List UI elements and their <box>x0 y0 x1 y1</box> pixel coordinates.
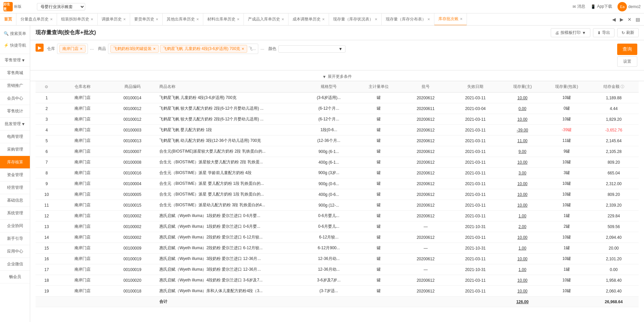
product-dots[interactable]: ··· <box>260 46 264 52</box>
warehouse-tag-close[interactable]: ✕ <box>80 47 83 51</box>
sidebar-item-retail-mgmt[interactable]: 零售管理 ▼ <box>0 54 30 67</box>
sidebar-quick-nav[interactable]: ⚡ 快捷导航 <box>0 40 30 51</box>
product-tag-1-close[interactable]: ✕ <box>153 47 156 51</box>
tab-fenliangpandian[interactable]: 分量盘点单历史 ✕ <box>16 13 57 25</box>
expand-conditions-btn[interactable]: ▼ 展开更多条件 <box>322 74 352 79</box>
nav-menu-btn[interactable]: ▤ <box>634 16 641 23</box>
cell-qty-main[interactable]: 1.00 <box>500 243 545 254</box>
refresh-btn[interactable]: ↻ 刷新 <box>617 28 639 37</box>
cell-qty-main[interactable]: 10.00 <box>500 275 545 286</box>
cell-qty-main[interactable]: 1.00 <box>500 211 545 221</box>
sidebar-item-purchase[interactable]: 采购管理 <box>0 143 30 156</box>
sidebar-item-retail-mall[interactable]: 零售商城 <box>0 67 30 79</box>
tab-chanchenpin[interactable]: 产成品入库单历史 ✕ <box>244 13 288 25</box>
close-tab-icon[interactable]: ✕ <box>50 17 53 21</box>
query-button[interactable]: 查询 <box>617 44 637 55</box>
close-tab-icon[interactable]: ✕ <box>375 17 377 21</box>
cell-balance: 2,145.64 <box>589 136 639 146</box>
close-tab-icon[interactable]: ✕ <box>281 17 284 21</box>
cell-expire: 2021-03-11 <box>450 146 500 157</box>
cell-qty-main[interactable]: 9.00 <box>500 146 545 157</box>
tab-kucunpici[interactable]: 库存批次账 ✕ <box>434 13 467 25</box>
cell-no: 4 <box>36 125 58 136</box>
cell-qty-main[interactable]: 3.00 <box>500 168 545 178</box>
color-select[interactable]: ▼ <box>278 45 345 53</box>
message-btn[interactable]: ✉ 消息 <box>573 4 585 9</box>
sidebar-item-system[interactable]: 系统管理 <box>0 207 30 220</box>
sidebar-item-newuser[interactable]: 新手引导 <box>0 232 30 245</box>
close-tab-icon[interactable]: ✕ <box>322 17 325 21</box>
sidebar-item-appcenter[interactable]: 应用中心 <box>0 245 30 258</box>
breadcrumb-select[interactable]: 母婴行业演示账套 <box>37 3 85 10</box>
sidebar-item-ecommerce[interactable]: 电商管理 <box>0 130 30 143</box>
print-btn[interactable]: 🖨 按模板打印 ▼ <box>551 28 590 37</box>
footer-total-qty[interactable]: 126.00 <box>500 297 545 307</box>
info-icon[interactable]: ⓘ <box>621 85 624 89</box>
product-filter-group: 商品 飞鹤奶粉3段闭罐提装 ✕ 飞鹤星飞帆 儿童奶粉 4段(3-6岁适用) 70… <box>98 44 264 54</box>
export-btn[interactable]: ⬇ 导出 <box>593 28 614 37</box>
sidebar-item-wholesale[interactable]: 批发管理 ▼ <box>0 118 30 130</box>
cell-qty-main[interactable]: 10.00 <box>500 178 545 189</box>
sidebar-item-member2[interactable]: 畅会员 <box>0 271 30 283</box>
nav-prev-btn[interactable]: ◀ <box>611 16 617 23</box>
tab-cailiao[interactable]: 材料出库单历史 ✕ <box>203 13 244 25</box>
cell-qty-main[interactable]: 1.00 <box>500 264 545 275</box>
cell-qty-main[interactable]: 10.00 <box>500 200 545 211</box>
col-header-settings[interactable]: ⚙ <box>36 81 58 93</box>
cell-expire: 2021-03-11 <box>450 178 500 189</box>
nav-close-btn[interactable]: ✕ <box>626 16 633 23</box>
tab-xiancunzhuang[interactable]: 现存量（库存状况表）✕ <box>329 13 382 25</box>
tab-xiancunfen[interactable]: 现存量（库存分布表）✕ <box>382 13 434 25</box>
cell-qty-main[interactable]: 10.00 <box>500 93 545 103</box>
product-tag-container[interactable]: 飞鹤奶粉3段闭罐提装 ✕ 飞鹤星飞帆 儿童奶粉 4段(3-6岁适用) 700克 … <box>108 44 259 54</box>
cell-qty-main[interactable]: 11.00 <box>500 136 545 146</box>
cell-qty-main[interactable]: 10.00 <box>500 232 545 243</box>
sidebar-item-retail-stats[interactable]: 零售统计 <box>0 105 30 118</box>
tab-diaobo[interactable]: 调拨单历史 ✕ <box>98 13 130 25</box>
close-active-tab-icon[interactable]: ✕ <box>460 17 463 21</box>
user-area[interactable]: Ea demo2 <box>618 2 641 11</box>
settings-button[interactable]: 设置 <box>617 56 637 67</box>
cell-qty-main[interactable]: 2.00 <box>500 221 545 232</box>
tab-home[interactable]: 首页 <box>0 13 16 25</box>
table-row: 16 南岸门店 00100019 惠氏启赋（Wyeth illuma）3段奶粉 … <box>36 254 639 264</box>
close-tab-icon[interactable]: ✕ <box>196 17 199 21</box>
tab-zuzhuang[interactable]: 组装拆卸单历史 ✕ <box>57 13 98 25</box>
cell-qty-main[interactable]: 0.00 <box>500 103 545 114</box>
nav-next-btn[interactable]: ▶ <box>619 16 625 23</box>
sidebar-item-collab[interactable]: 企业协同 <box>0 220 30 232</box>
cell-name: 惠氏启赋（Wyeth illuma）4段奶粉 爱尔兰进口 3-6岁及7... <box>157 275 301 286</box>
close-tab-icon[interactable]: ✕ <box>427 17 430 21</box>
sidebar-item-operations[interactable]: 经营管理 <box>0 181 30 194</box>
sidebar-search[interactable]: 🔍 搜索英单 <box>0 28 30 39</box>
cell-qty-pkg: -39罐 <box>545 125 589 136</box>
tab-yaohuo[interactable]: 要货单历史 ✕ <box>130 13 163 25</box>
cell-qty-main[interactable]: 10.00 <box>500 189 545 200</box>
cell-spec: 0-6月婴儿... <box>301 221 357 232</box>
sidebar-item-marketing[interactable]: 营销推广 <box>0 79 30 92</box>
sidebar-item-inventory[interactable]: 库存核算 <box>0 156 30 169</box>
filter-expand-btn[interactable]: ▶ <box>36 44 44 52</box>
sidebar-item-finance[interactable]: 资金管理 <box>0 169 30 181</box>
warehouse-tag-container[interactable]: 南岸门店 ✕ <box>57 44 88 54</box>
close-tab-icon[interactable]: ✕ <box>237 17 239 21</box>
close-tab-icon[interactable]: ✕ <box>91 17 93 21</box>
close-tab-icon[interactable]: ✕ <box>123 17 126 21</box>
tab-qtchuku[interactable]: 其他出库单历史 ✕ <box>163 13 203 25</box>
filter-fields: 仓库 南岸门店 ✕ ··· 商品 飞鹤奶粉3段闭罐提装 <box>47 44 616 54</box>
cell-qty-main[interactable]: 10.00 <box>500 254 545 264</box>
cell-qty-main[interactable]: 10.00 <box>500 114 545 125</box>
sidebar-item-basic[interactable]: 基础信息 <box>0 194 30 207</box>
app-download-btn[interactable]: 📱 App下载 <box>591 4 612 9</box>
cell-qty-main[interactable]: 10.00 <box>500 157 545 168</box>
settings-icon[interactable]: ⚙ <box>45 85 48 89</box>
warehouse-dots[interactable]: ··· <box>90 46 94 52</box>
sidebar-item-wechat[interactable]: 企业微信 <box>0 258 30 271</box>
product-tag-2-close[interactable]: ✕ <box>241 47 244 51</box>
sidebar-item-member[interactable]: 会员中心 <box>0 92 30 105</box>
close-tab-icon[interactable]: ✕ <box>156 17 158 21</box>
cell-qty-main[interactable]: 10.00 <box>500 286 545 297</box>
cell-qty-pkg: 0罐 <box>545 103 589 114</box>
cell-qty-main[interactable]: -39.00 <box>500 125 545 136</box>
tab-chengben[interactable]: 成本调整单历史 ✕ <box>288 13 329 25</box>
